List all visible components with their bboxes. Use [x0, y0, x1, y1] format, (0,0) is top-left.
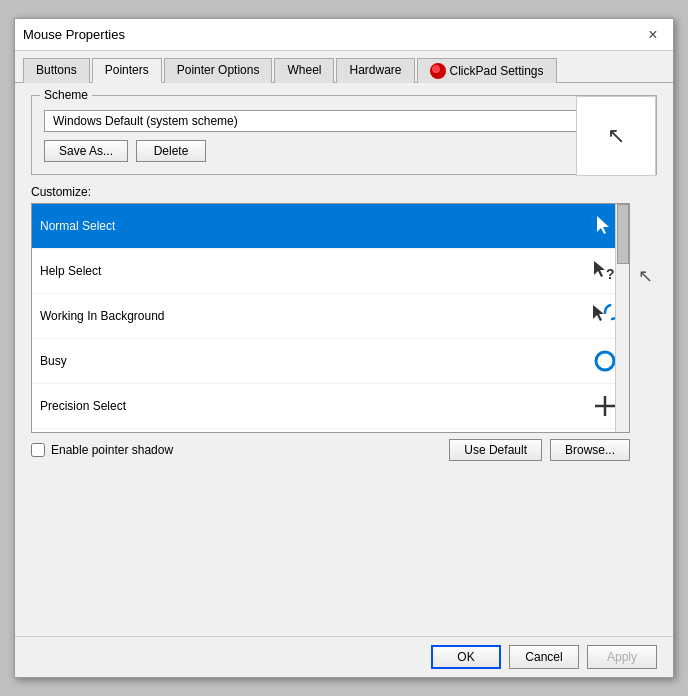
mouse-properties-dialog: Mouse Properties × Buttons Pointers Poin…: [14, 18, 674, 678]
footer: OK Cancel Apply: [15, 636, 673, 677]
scheme-group: Scheme Windows Default (system scheme) S…: [31, 95, 657, 175]
window-title: Mouse Properties: [23, 27, 125, 42]
tab-content: Scheme Windows Default (system scheme) S…: [15, 83, 673, 636]
cursor-list-wrapper: Normal Select Help Select: [31, 203, 630, 433]
side-decoration: ↖: [638, 185, 657, 287]
scheme-select-wrapper: Windows Default (system scheme): [44, 110, 644, 132]
cursor-list[interactable]: Normal Select Help Select: [31, 203, 630, 433]
apply-button[interactable]: Apply: [587, 645, 657, 669]
cursor-item-busy[interactable]: Busy: [32, 339, 629, 384]
svg-marker-0: [597, 216, 609, 234]
tab-bar: Buttons Pointers Pointer Options Wheel H…: [15, 51, 673, 83]
cursor-item-help-select[interactable]: Help Select ?: [32, 249, 629, 294]
customize-label: Customize:: [31, 185, 630, 199]
cursor-item-precision-select[interactable]: Precision Select: [32, 384, 629, 429]
svg-marker-3: [593, 305, 604, 321]
tab-hardware[interactable]: Hardware: [336, 58, 414, 83]
scheme-buttons: Save As... Delete: [44, 140, 644, 162]
cursor-item-working-background[interactable]: Working In Background: [32, 294, 629, 339]
bottom-row: Enable pointer shadow Use Default Browse…: [31, 439, 630, 461]
scrollbar-thumb[interactable]: [617, 204, 629, 264]
shadow-checkbox[interactable]: [31, 443, 45, 457]
cursor-item-normal-select[interactable]: Normal Select: [32, 204, 629, 249]
delete-button[interactable]: Delete: [136, 140, 206, 162]
use-default-button[interactable]: Use Default: [449, 439, 542, 461]
svg-marker-1: [594, 261, 605, 277]
scheme-dropdown[interactable]: Windows Default (system scheme): [44, 110, 644, 132]
tab-wheel[interactable]: Wheel: [274, 58, 334, 83]
scheme-row: Windows Default (system scheme): [44, 110, 644, 132]
side-cursor-icon: ↖: [638, 266, 653, 286]
preview-cursor-icon: ↖: [607, 123, 625, 149]
scheme-preview: ↖: [576, 96, 656, 176]
tab-pointers[interactable]: Pointers: [92, 58, 162, 83]
save-as-button[interactable]: Save As...: [44, 140, 128, 162]
ok-button[interactable]: OK: [431, 645, 501, 669]
scheme-area: Windows Default (system scheme) Save As.…: [44, 104, 644, 162]
svg-point-5: [596, 352, 614, 370]
list-scrollbar[interactable]: [615, 204, 629, 432]
close-button[interactable]: ×: [641, 23, 665, 47]
customize-left: Customize: Normal Select: [31, 185, 630, 461]
browse-button[interactable]: Browse...: [550, 439, 630, 461]
scheme-group-label: Scheme: [40, 88, 92, 102]
tab-clickpad-settings[interactable]: ClickPad Settings: [417, 58, 557, 83]
customize-section: Customize: Normal Select: [31, 185, 657, 461]
clickpad-icon: [430, 63, 446, 79]
cancel-button[interactable]: Cancel: [509, 645, 579, 669]
svg-text:?: ?: [606, 266, 615, 282]
scheme-left: Windows Default (system scheme) Save As.…: [44, 104, 644, 162]
tab-pointer-options[interactable]: Pointer Options: [164, 58, 273, 83]
shadow-checkbox-label[interactable]: Enable pointer shadow: [31, 443, 441, 457]
title-bar: Mouse Properties ×: [15, 19, 673, 51]
tab-buttons[interactable]: Buttons: [23, 58, 90, 83]
